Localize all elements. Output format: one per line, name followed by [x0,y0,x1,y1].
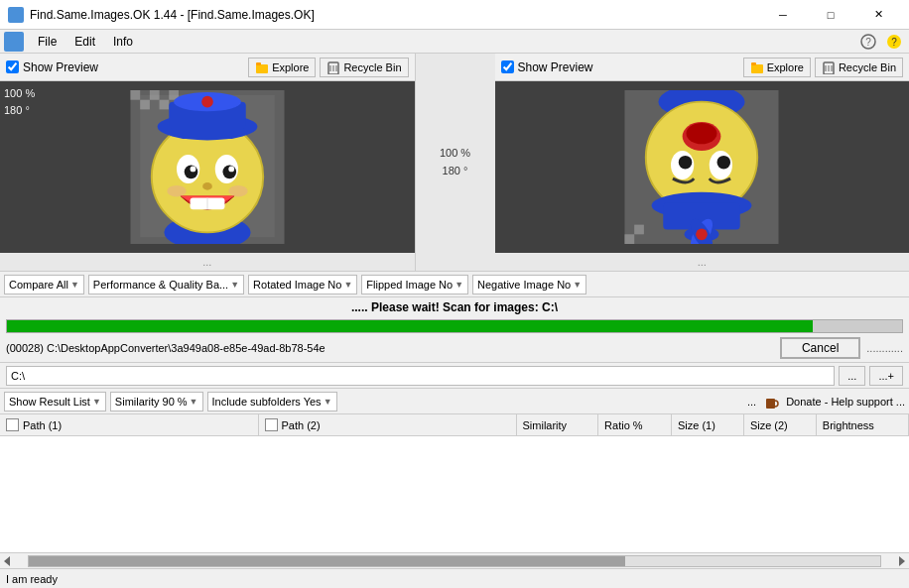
svg-rect-66 [766,399,775,409]
menu-info[interactable]: Info [105,33,141,51]
status-bar: I am ready [0,568,909,588]
left-dots: ... [0,253,415,271]
path-input[interactable] [6,366,835,386]
compare-all-dropdown[interactable]: Compare All ▼ [4,275,84,294]
table-section[interactable]: Path (1) Path (2) Similarity Ratio % Siz… [0,414,909,552]
path-row: ... ...+ [0,363,909,389]
col-header-similarity[interactable]: Similarity [516,414,598,436]
app-icon [8,7,24,23]
path2-checkbox[interactable] [265,418,278,431]
col-header-size1[interactable]: Size (1) [671,414,743,436]
folder-icon [255,60,269,74]
svg-point-32 [190,167,195,173]
right-show-preview-check[interactable]: Show Preview [501,60,593,74]
menu-file[interactable]: File [30,33,65,51]
controls-row: Compare All ▼ Performance & Quality Ba..… [0,272,909,297]
include-subfolders-dropdown[interactable]: Include subfolders Yes ▼ [207,392,337,412]
svg-text:?: ? [891,37,897,48]
right-recycle-button[interactable]: Recycle Bin [815,58,903,77]
donate-icon[interactable] [760,391,782,412]
scroll-left-arrow[interactable] [0,554,14,568]
col-header-brightness[interactable]: Brightness [816,414,908,436]
svg-point-27 [201,96,213,108]
svg-point-33 [228,167,234,173]
help-icon-2[interactable]: ? [883,31,905,53]
col-header-path2[interactable]: Path (2) [258,414,516,436]
performance-dropdown[interactable]: Performance & Quality Ba... ▼ [88,275,244,294]
mug-icon [763,394,779,410]
right-dots: ... [495,253,910,271]
add-path-button[interactable]: ...+ [869,366,903,386]
window-controls: ─ □ ✕ [760,5,901,25]
svg-rect-47 [634,225,644,235]
help-icon-1[interactable]: ? [857,31,879,53]
right-explore-button[interactable]: Explore [743,58,811,77]
col-header-ratio[interactable]: Ratio % [598,414,672,436]
path1-checkbox[interactable] [6,418,19,431]
col-header-size2[interactable]: Size (2) [743,414,816,436]
progress-detail: (00028) C:\DesktopAppConverter\3a949a08-… [0,335,909,362]
options-row: Show Result List ▼ Similarity 90 % ▼ Inc… [0,389,909,414]
svg-marker-68 [899,556,905,566]
hscroll-thumb[interactable] [29,556,625,566]
svg-rect-5 [256,62,261,65]
flipped-dropdown[interactable]: Flipped Image No ▼ [361,275,468,294]
left-show-preview-check[interactable]: Show Preview [6,60,98,74]
title-bar: Find.Same.Images.OK 1.44 - [Find.Same.Im… [0,0,909,30]
similarity-dropdown[interactable]: Similarity 90 % ▼ [110,392,203,412]
svg-rect-40 [751,62,756,65]
preview-section: Show Preview Explore Recycle Bin 100 % 1… [0,54,909,272]
right-image-area [495,81,910,253]
right-preview-checkbox[interactable] [501,60,514,73]
left-image-area: 100 % 180 ° [0,81,415,253]
hscroll-row [0,552,909,568]
window-title: Find.Same.Images.OK 1.44 - [Find.Same.Im… [30,8,760,22]
right-preview-toolbar: Show Preview Explore Recycle Bin [495,54,910,81]
hscroll-track[interactable] [28,555,881,567]
left-explore-button[interactable]: Explore [248,58,316,77]
zoom-info: 100 % 180 ° [0,81,39,122]
app-menu-icon [4,32,24,52]
svg-point-37 [167,185,186,197]
result-table: Path (1) Path (2) Similarity Ratio % Siz… [0,414,909,436]
table-header-row: Path (1) Path (2) Similarity Ratio % Siz… [0,414,909,436]
negative-dropdown[interactable]: Negative Image No ▼ [472,275,586,294]
right-emoji-image [622,90,781,244]
progress-dots: ............ [866,342,903,354]
browse-button[interactable]: ... [839,366,865,386]
scroll-right-arrow[interactable] [895,554,909,568]
left-emoji-image [128,90,287,244]
maximize-button[interactable]: □ [808,5,853,25]
svg-rect-46 [625,234,635,244]
progress-section: ..... Please wait! Scan for images: C:\ … [0,297,909,363]
close-button[interactable]: ✕ [855,5,901,25]
svg-rect-39 [751,64,763,73]
left-preview-checkbox[interactable] [6,60,19,73]
left-recycle-button[interactable]: Recycle Bin [320,58,408,77]
svg-rect-11 [130,90,140,100]
col-header-path1[interactable]: Path (1) [0,414,258,436]
svg-point-38 [228,185,247,197]
svg-text:?: ? [865,37,871,48]
progress-file-text: (00028) C:\DesktopAppConverter\3a949a08-… [6,342,774,354]
rotated-dropdown[interactable]: Rotated Image No ▼ [248,275,357,294]
minimize-button[interactable]: ─ [760,5,806,25]
svg-marker-67 [4,556,10,566]
show-result-dropdown[interactable]: Show Result List ▼ [4,392,106,412]
right-preview-panel: Show Preview Explore Recycle Bin [495,54,910,271]
recycle-icon [326,60,340,74]
progress-bar-fill [7,320,813,332]
svg-point-34 [202,182,212,190]
scan-status: ..... Please wait! Scan for images: C:\ [0,297,909,317]
toolbar-right-icons: ? ? [857,31,905,53]
menu-edit[interactable]: Edit [66,33,103,51]
cancel-button[interactable]: Cancel [780,337,860,359]
progress-bar-container [6,319,903,333]
folder-icon-right [750,60,764,74]
svg-rect-4 [256,64,268,73]
left-preview-toolbar: Show Preview Explore Recycle Bin [0,54,415,81]
left-preview-panel: Show Preview Explore Recycle Bin 100 % 1… [0,54,416,271]
status-text: I am ready [6,573,58,585]
recycle-icon-right [822,60,836,74]
zoom-divider: 100 % 180 ° [416,54,495,271]
